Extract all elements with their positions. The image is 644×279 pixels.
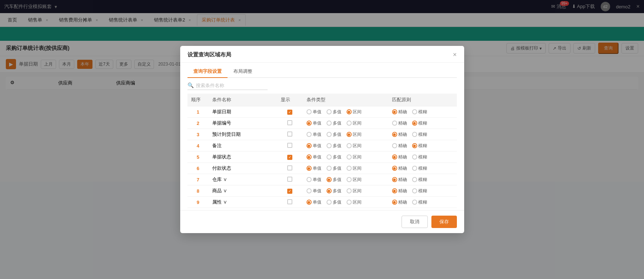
match-radio-模糊-6[interactable]: 模糊: [412, 177, 427, 182]
type-radio-多值-6[interactable]: 多值: [327, 177, 341, 182]
tab-layout-adjust[interactable]: 布局调整: [228, 66, 258, 78]
match-radio-精确-4[interactable]: 精确: [392, 154, 407, 160]
radio-circle-6: [327, 177, 332, 182]
type-radio-区间-1[interactable]: 区间: [347, 120, 361, 126]
th-show: 显示: [277, 94, 303, 106]
cell-match-3: 精确模糊: [388, 140, 457, 152]
cell-show-5[interactable]: [277, 163, 303, 174]
type-radio-区间-5[interactable]: 区间: [347, 165, 361, 172]
table-row: 4备注单值多值区间精确模糊: [187, 140, 457, 152]
table-row: 3预计到货日期单值多值区间精确模糊: [187, 129, 457, 140]
radio-circle-0: [347, 109, 352, 114]
match-radio-精确-1[interactable]: 精确: [392, 120, 407, 126]
match-radio-circle-3: [412, 143, 417, 148]
table-row: 6付款状态单值多值区间精确模糊: [187, 163, 457, 174]
type-radio-单值-3[interactable]: 单值: [307, 143, 321, 149]
settings-table-scroll[interactable]: 顺序 条件名称 显示 条件类型 匹配原则 1单据日期✓单值多值区间精确模糊2单据…: [187, 94, 457, 182]
cell-show-6[interactable]: [277, 174, 303, 182]
match-radio-精确-3[interactable]: 精确: [392, 143, 407, 149]
type-radio-区间-4[interactable]: 区间: [347, 154, 361, 160]
cell-order-5: 6: [187, 163, 209, 174]
modal-title: 设置查询区域布局: [187, 51, 231, 58]
cell-show-2[interactable]: [277, 129, 303, 140]
type-radio-多值-3[interactable]: 多值: [327, 143, 341, 149]
cell-name-5: 付款状态: [209, 163, 277, 174]
modal-search-icon: 🔍: [187, 82, 194, 88]
radio-circle-5: [307, 166, 312, 171]
match-radio-模糊-1[interactable]: 模糊: [412, 120, 427, 126]
table-row: 5单据状态✓单值多值区间精确模糊: [187, 152, 457, 163]
type-radio-单值-5[interactable]: 单值: [307, 165, 321, 172]
type-radio-单值-1[interactable]: 单值: [307, 120, 321, 126]
modal-search-input[interactable]: [196, 83, 268, 88]
show-checkbox-5[interactable]: [287, 165, 292, 170]
settings-table-body: 1单据日期✓单值多值区间精确模糊2单据编号单值多值区间精确模糊3预计到货日期单值…: [187, 106, 457, 182]
radio-circle-2: [327, 132, 332, 137]
match-radio-模糊-0[interactable]: 模糊: [412, 109, 427, 115]
match-radio-精确-0[interactable]: 精确: [392, 109, 407, 115]
cell-show-0[interactable]: ✓: [277, 106, 303, 118]
settings-table: 顺序 条件名称 显示 条件类型 匹配原则 1单据日期✓单值多值区间精确模糊2单据…: [187, 94, 457, 182]
radio-circle-1: [327, 121, 332, 126]
type-radio-单值-6[interactable]: 单值: [307, 177, 321, 182]
table-row: 2单据编号单值多值区间精确模糊: [187, 118, 457, 129]
show-checkbox-3[interactable]: [287, 143, 292, 148]
type-radio-单值-0[interactable]: 单值: [307, 109, 321, 115]
radio-circle-0: [307, 109, 312, 114]
cell-match-6: 精确模糊: [388, 174, 457, 182]
type-radio-多值-5[interactable]: 多值: [327, 165, 341, 172]
show-checkbox-4[interactable]: ✓: [287, 155, 292, 160]
match-radio-circle-5: [392, 166, 397, 171]
modal-close-btn[interactable]: ×: [453, 51, 457, 59]
cell-match-5: 精确模糊: [388, 163, 457, 174]
cell-match-0: 精确模糊: [388, 106, 457, 118]
cell-show-4[interactable]: ✓: [277, 152, 303, 163]
type-radio-单值-2[interactable]: 单值: [307, 131, 321, 138]
cell-show-3[interactable]: [277, 140, 303, 152]
th-type: 条件类型: [303, 94, 388, 106]
modal-search-box: 🔍: [187, 82, 268, 90]
type-radio-区间-2[interactable]: 区间: [347, 131, 361, 138]
type-radio-多值-2[interactable]: 多值: [327, 131, 341, 138]
match-radio-circle-6: [392, 177, 397, 182]
match-radio-模糊-3[interactable]: 模糊: [412, 143, 427, 149]
type-radio-多值-4[interactable]: 多值: [327, 154, 341, 160]
cell-match-1: 精确模糊: [388, 118, 457, 129]
type-radio-多值-0[interactable]: 多值: [327, 109, 341, 115]
cell-order-0: 1: [187, 106, 209, 118]
cell-order-6: 7: [187, 174, 209, 182]
radio-circle-0: [327, 109, 332, 114]
show-checkbox-6[interactable]: [287, 177, 292, 182]
radio-circle-3: [347, 143, 352, 148]
cell-show-1[interactable]: [277, 118, 303, 129]
type-radio-区间-0[interactable]: 区间: [347, 109, 361, 115]
radio-circle-6: [347, 177, 352, 182]
modal-overlay: 设置查询区域布局 × 查询字段设置 布局调整 🔍 顺序: [0, 0, 644, 182]
match-radio-circle-2: [392, 132, 397, 137]
match-radio-精确-2[interactable]: 精确: [392, 131, 407, 138]
radio-circle-5: [327, 166, 332, 171]
radio-circle-1: [307, 121, 312, 126]
show-checkbox-2[interactable]: [287, 131, 292, 137]
match-radio-circle-2: [412, 132, 417, 137]
show-checkbox-1[interactable]: [287, 120, 292, 125]
type-radio-多值-1[interactable]: 多值: [327, 120, 341, 126]
cell-type-1: 单值多值区间: [303, 118, 388, 129]
cell-order-4: 5: [187, 152, 209, 163]
match-radio-模糊-4[interactable]: 模糊: [412, 154, 427, 160]
radio-circle-1: [347, 121, 352, 126]
cell-type-6: 单值多值区间: [303, 174, 388, 182]
match-radio-circle-1: [392, 121, 397, 126]
match-radio-精确-6[interactable]: 精确: [392, 177, 407, 182]
match-radio-模糊-5[interactable]: 模糊: [412, 165, 427, 172]
match-radio-circle-1: [412, 121, 417, 126]
match-radio-模糊-2[interactable]: 模糊: [412, 131, 427, 138]
cell-name-2: 预计到货日期: [209, 129, 277, 140]
type-radio-区间-6[interactable]: 区间: [347, 177, 361, 182]
match-radio-精确-5[interactable]: 精确: [392, 165, 407, 172]
type-radio-区间-3[interactable]: 区间: [347, 143, 361, 149]
tab-query-fields[interactable]: 查询字段设置: [187, 66, 228, 78]
cell-type-2: 单值多值区间: [303, 129, 388, 140]
show-checkbox-0[interactable]: ✓: [287, 110, 292, 115]
type-radio-单值-4[interactable]: 单值: [307, 154, 321, 160]
